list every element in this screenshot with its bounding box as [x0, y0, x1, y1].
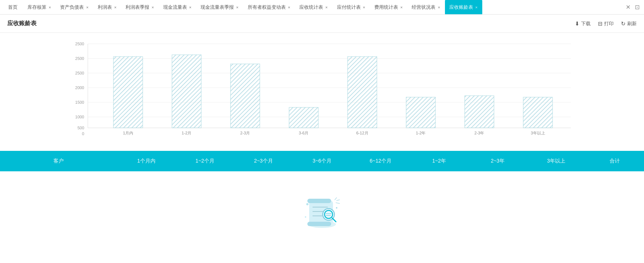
svg-rect-25	[523, 97, 553, 128]
empty-illustration	[300, 193, 344, 233]
tab-bar-actions: ✕ ⊡	[624, 2, 641, 12]
svg-point-47	[336, 207, 337, 209]
svg-text:1000: 1000	[75, 115, 84, 119]
col-6-12month: 6~12个月	[351, 158, 410, 164]
col-3-6month: 3~6个月	[293, 158, 351, 164]
svg-rect-22	[348, 57, 377, 128]
svg-text:3-6月: 3-6月	[299, 131, 309, 135]
svg-line-50	[337, 200, 340, 201]
bar-chart: 2500 2500 2500 2000 1500 1000 500 0	[15, 40, 629, 142]
col-1month: 1个月内	[117, 158, 176, 164]
tab-cashflow[interactable]: 现金流量表 ×	[159, 0, 196, 15]
svg-text:500: 500	[78, 126, 84, 130]
svg-rect-23	[406, 97, 435, 128]
download-button[interactable]: ⬇ 下载	[575, 20, 591, 27]
col-2-3year: 2~3年	[468, 158, 527, 164]
svg-text:2-3年: 2-3年	[475, 131, 484, 135]
svg-rect-21	[289, 107, 318, 128]
main-content: 2500 2500 2500 2000 1500 1000 500 0	[0, 33, 644, 263]
close-tab-cashflow-q[interactable]: ×	[236, 5, 238, 9]
tab-profit-q[interactable]: 利润表季报 ×	[121, 0, 158, 15]
svg-rect-37	[307, 222, 331, 226]
tab-balance[interactable]: 资产负债表 ×	[56, 0, 93, 15]
svg-text:0: 0	[82, 132, 84, 136]
print-icon: ⊟	[598, 20, 603, 27]
tab-ap-stat[interactable]: 应付统计表 ×	[333, 0, 370, 15]
tab-equity[interactable]: 所有者权益变动表 ×	[243, 0, 295, 15]
col-1-2year: 1~2年	[410, 158, 468, 164]
close-tab-ar-stat[interactable]: ×	[325, 5, 327, 9]
svg-text:2000: 2000	[75, 85, 84, 90]
col-customer: 客户	[0, 158, 117, 164]
tab-bar: 首页 库存核算 × 资产负债表 × 利润表 × 利润表季报 × 现金流量表 × …	[0, 0, 644, 15]
tab-cashflow-q[interactable]: 现金流量表季报 ×	[196, 0, 243, 15]
svg-line-49	[335, 198, 337, 200]
empty-icon	[300, 193, 344, 230]
page-title: 应收账龄表	[7, 20, 37, 27]
svg-point-46	[306, 203, 308, 205]
svg-rect-36	[307, 199, 331, 203]
print-button[interactable]: ⊟ 打印	[598, 20, 614, 27]
svg-rect-24	[465, 96, 494, 128]
svg-rect-19	[172, 55, 201, 128]
tab-ar-aging[interactable]: 应收账龄表 ×	[445, 0, 482, 15]
tab-expense[interactable]: 费用统计表 ×	[370, 0, 407, 15]
empty-state	[0, 171, 644, 244]
tab-home[interactable]: 首页	[3, 0, 23, 15]
tab-inventory[interactable]: 库存核算 ×	[23, 0, 56, 15]
svg-rect-20	[231, 64, 260, 128]
close-tab-inventory[interactable]: ×	[49, 5, 51, 9]
close-tab-equity[interactable]: ×	[288, 5, 290, 9]
close-tab-ap-stat[interactable]: ×	[363, 5, 365, 9]
header-actions: ⬇ 下载 ⊟ 打印 ↻ 刷新	[575, 20, 637, 27]
svg-point-48	[305, 216, 306, 218]
svg-text:3年以上: 3年以上	[531, 131, 545, 135]
close-tab-operations[interactable]: ×	[438, 5, 440, 9]
download-icon: ⬇	[575, 20, 580, 27]
refresh-icon: ↻	[621, 20, 626, 27]
svg-text:1500: 1500	[75, 100, 84, 104]
table-header: 客户 1个月内 1~2个月 2~3个月 3~6个月 6~12个月 1~2年 2~…	[0, 151, 644, 171]
chart-container: 2500 2500 2500 2000 1500 1000 500 0	[15, 40, 629, 144]
close-tab-balance[interactable]: ×	[86, 5, 88, 9]
page-header: 应收账龄表 ⬇ 下载 ⊟ 打印 ↻ 刷新	[0, 15, 644, 33]
col-total: 合计	[585, 158, 644, 164]
svg-text:2500: 2500	[75, 42, 84, 46]
svg-line-51	[336, 203, 340, 203]
close-tab-ar-aging[interactable]: ×	[475, 5, 478, 9]
svg-text:2500: 2500	[75, 71, 84, 75]
svg-rect-18	[113, 57, 143, 128]
close-tab-cashflow[interactable]: ×	[189, 5, 191, 9]
svg-text:1-2月: 1-2月	[182, 131, 192, 135]
svg-text:6-12月: 6-12月	[356, 131, 368, 135]
svg-text:1月内: 1月内	[123, 131, 133, 135]
col-1-2month: 1~2个月	[176, 158, 234, 164]
svg-text:2500: 2500	[75, 56, 84, 61]
close-tab-expense[interactable]: ×	[400, 5, 402, 9]
col-3plus-year: 3年以上	[527, 158, 585, 164]
col-2-3month: 2~3个月	[234, 158, 293, 164]
tab-profit[interactable]: 利润表 ×	[93, 0, 121, 15]
close-tab-profit[interactable]: ×	[114, 5, 116, 9]
refresh-button[interactable]: ↻ 刷新	[621, 20, 637, 27]
close-tab-profit-q[interactable]: ×	[151, 5, 154, 9]
tab-operations[interactable]: 经营状况表 ×	[407, 0, 445, 15]
svg-text:2-3月: 2-3月	[240, 131, 250, 135]
tab-ar-stat[interactable]: 应收统计表 ×	[295, 0, 332, 15]
chart-area: 2500 2500 2500 2000 1500 1000 500 0	[0, 33, 644, 151]
window-close-icon[interactable]: ✕	[624, 2, 632, 12]
window-maximize-icon[interactable]: ⊡	[633, 2, 641, 12]
svg-text:1-2年: 1-2年	[416, 131, 426, 135]
